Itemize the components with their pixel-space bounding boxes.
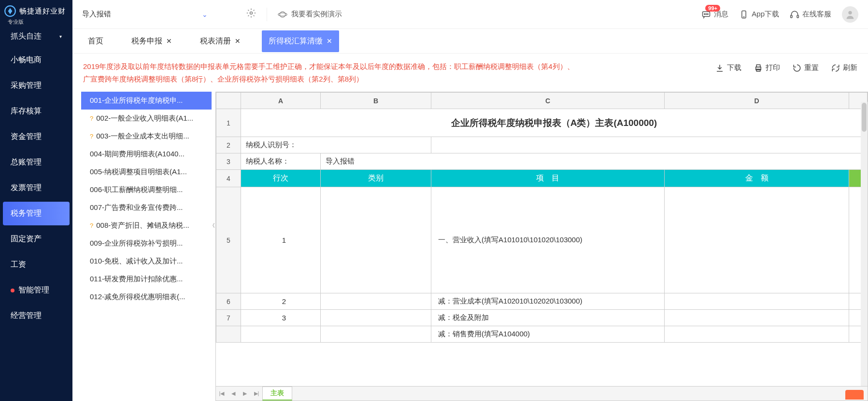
col-header[interactable]: D — [665, 93, 849, 109]
headset-icon — [790, 10, 799, 19]
nav-item[interactable]: 固定资产 — [0, 226, 72, 252]
chevron-down-icon[interactable]: ⌄ — [202, 11, 208, 18]
form-list-item[interactable]: 006-职工薪酬纳税调整明细... — [81, 181, 212, 199]
row-header[interactable]: 7 — [216, 310, 241, 326]
form-list-item[interactable]: 009-企业所得税弥补亏损明... — [81, 235, 212, 252]
svg-rect-11 — [797, 15, 798, 17]
col-header[interactable]: C — [431, 93, 665, 109]
cell[interactable] — [665, 187, 849, 293]
cell[interactable]: 1 — [241, 187, 320, 293]
close-icon[interactable]: ✕ — [235, 37, 241, 45]
cell[interactable]: 类别 — [321, 170, 431, 187]
cell[interactable] — [241, 326, 320, 343]
question-icon: ? — [90, 115, 93, 122]
nav-item[interactable]: 小畅电商 — [0, 47, 72, 73]
form-list-item[interactable]: 010-免税、减计收入及加计... — [81, 252, 212, 270]
form-list-item[interactable]: 007-广告费和业务宣传费跨... — [81, 199, 212, 217]
nav-item[interactable]: 税务管理 — [3, 202, 70, 225]
form-list-item[interactable]: 012-减免所得税优惠明细表(... — [81, 288, 212, 306]
nav-item-partial[interactable]: 抓头自连▾ — [0, 29, 72, 47]
tabs: 首页税务申报✕税表清册✕所得税汇算清缴✕ — [72, 29, 868, 53]
form-list-item[interactable]: 004-期间费用明细表(A1040... — [81, 145, 212, 163]
cell[interactable]: 金 额 — [665, 170, 849, 187]
row-header[interactable]: 3 — [216, 153, 241, 170]
cell[interactable] — [321, 187, 431, 293]
gear-icon[interactable] — [246, 8, 256, 20]
form-list-item[interactable]: 001-企业所得税年度纳税申... — [81, 92, 212, 110]
messages-button[interactable]: 99+ 消息 — [701, 10, 728, 19]
svg-rect-14 — [756, 65, 760, 67]
nav-item[interactable]: 资金管理 — [0, 124, 72, 150]
cell[interactable]: 导入报错 — [321, 153, 868, 170]
cell[interactable]: 纳税人识别号： — [241, 137, 431, 153]
nav: 抓头自连▾ 小畅电商采购管理库存核算资金管理总账管理发票管理税务管理固定资产工资… — [0, 29, 72, 401]
form-list-item[interactable]: 011-研发费用加计扣除优惠... — [81, 270, 212, 288]
print-button[interactable]: 打印 — [754, 63, 780, 72]
tab[interactable]: 首页 — [81, 30, 110, 52]
sheet-nav-first[interactable]: |◀ — [216, 390, 228, 397]
cell[interactable] — [321, 310, 431, 326]
sheet-nav-next[interactable]: ▶ — [239, 390, 251, 397]
cell[interactable] — [665, 326, 849, 343]
sheet-nav-prev[interactable]: ◀ — [228, 390, 239, 397]
download-button[interactable]: 下载 — [715, 63, 741, 72]
cell[interactable]: 纳税人名称： — [241, 153, 320, 170]
reset-button[interactable]: 重置 — [793, 63, 819, 72]
customer-service-button[interactable]: 在线客服 — [790, 10, 831, 19]
cell[interactable]: 项 目 — [431, 170, 665, 187]
scrollbar[interactable] — [861, 102, 868, 386]
sheet-tab[interactable]: 主表 — [262, 387, 292, 401]
cell[interactable] — [321, 293, 431, 310]
help-icon[interactable] — [845, 390, 864, 400]
collapse-icon[interactable]: 《 — [209, 218, 215, 233]
tab[interactable]: 所得税汇算清缴✕ — [262, 30, 339, 52]
cell[interactable]: 减：营业成本(填写A102010\102020\103000) — [431, 293, 665, 310]
nav-item[interactable]: 总账管理 — [0, 150, 72, 175]
corner-cell[interactable] — [216, 93, 241, 109]
form-list-item[interactable]: ?002-一般企业收入明细表(A1... — [81, 110, 212, 127]
svg-point-7 — [708, 14, 709, 14]
demo-link[interactable]: 我要看实例演示 — [278, 10, 342, 19]
close-icon[interactable]: ✕ — [166, 37, 172, 45]
nav-item[interactable]: 智能管理 — [0, 277, 72, 303]
cell[interactable]: 2 — [241, 293, 320, 310]
form-list-item[interactable]: 005-纳税调整项目明细表(A1... — [81, 163, 212, 181]
cell[interactable] — [665, 310, 849, 326]
tab[interactable]: 税表清册✕ — [193, 30, 247, 52]
cell[interactable]: 3 — [241, 310, 320, 326]
nav-item[interactable]: 采购管理 — [0, 73, 72, 98]
cell[interactable]: 减：销售费用(填写A104000) — [431, 326, 665, 343]
sheet-grid[interactable]: A B C D 1企业所得税年度纳税申报表（A类）主表(A100000) 2纳税… — [216, 92, 868, 386]
cell[interactable] — [431, 137, 868, 153]
row-header[interactable]: 1 — [216, 109, 241, 137]
cell[interactable] — [321, 326, 431, 343]
sheet-title[interactable]: 企业所得税年度纳税申报表（A类）主表(A100000) — [241, 109, 867, 137]
svg-point-5 — [704, 14, 705, 14]
cell[interactable] — [665, 293, 849, 310]
tab[interactable]: 税务申报✕ — [125, 30, 179, 52]
avatar[interactable] — [842, 6, 858, 23]
sheet-nav-last[interactable]: ▶| — [251, 390, 262, 397]
nav-item[interactable]: 工资 — [0, 252, 72, 277]
refresh-button[interactable]: 刷新 — [831, 63, 857, 72]
form-list-item[interactable]: ?008-资产折旧、摊销及纳税... — [81, 217, 212, 235]
nav-item[interactable]: 发票管理 — [0, 175, 72, 201]
close-icon[interactable]: ✕ — [327, 37, 332, 45]
row-header[interactable]: 4 — [216, 170, 241, 187]
cell[interactable]: 一、营业收入(填写A101010\101020\103000) — [431, 187, 665, 293]
nav-item[interactable]: 经营管理 — [0, 303, 72, 329]
cell[interactable]: 减：税金及附加 — [431, 310, 665, 326]
form-list-item[interactable]: ?003-一般企业成本支出明细... — [81, 127, 212, 145]
row-header[interactable]: 6 — [216, 293, 241, 310]
row-header[interactable]: 5 — [216, 187, 241, 293]
search-input[interactable] — [82, 10, 198, 18]
row-header[interactable] — [216, 326, 241, 343]
col-header[interactable]: A — [241, 93, 320, 109]
svg-point-12 — [848, 11, 852, 14]
question-icon: ? — [90, 133, 93, 140]
app-download-button[interactable]: App下载 — [739, 10, 779, 19]
col-header[interactable]: B — [321, 93, 431, 109]
nav-item[interactable]: 库存核算 — [0, 98, 72, 124]
cell[interactable]: 行次 — [241, 170, 320, 187]
row-header[interactable]: 2 — [216, 137, 241, 153]
